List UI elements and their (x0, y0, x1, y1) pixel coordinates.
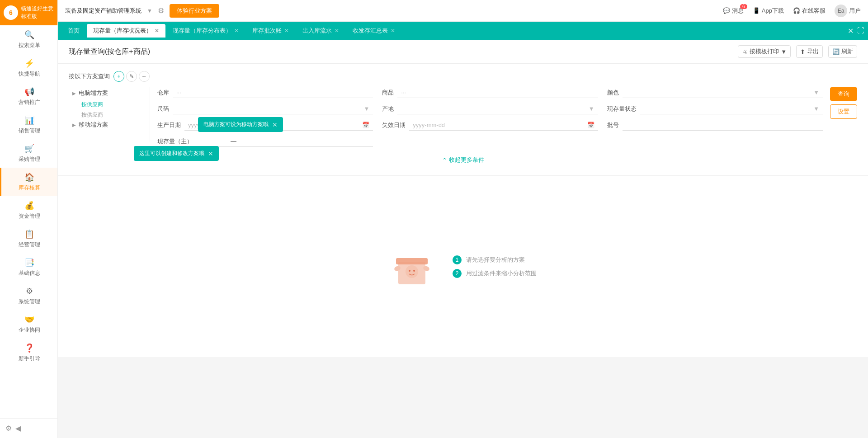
add-scheme-button[interactable]: + (113, 71, 124, 82)
goods-input[interactable]: ··· (397, 87, 598, 98)
scheme-list: ▶ 电脑端方案 按供应商 按供应商 ▶ 移动端方案 (69, 87, 150, 141)
finance-icon: 💰 (24, 201, 34, 211)
empty-step-2: 2 用过滤条件来缩小分析范围 (453, 269, 537, 278)
settings-bottom-icon[interactable]: ⚙ (5, 424, 12, 433)
color-field: 颜色 ▼ (607, 87, 823, 98)
sidebar: 6 畅通道好生意 标准版 🔍 搜索菜单 ⚡ 快捷导航 📢 营销推广 📊 销售管理… (0, 0, 58, 438)
produce-date-label: 生产日期 (157, 121, 181, 129)
message-button[interactable]: 💬 消息 6 (723, 7, 744, 15)
stock-main-label: 现存量（主） (157, 137, 193, 146)
edit-scheme-button[interactable]: ✎ (126, 71, 137, 82)
scheme-item-mobile[interactable]: ▶ 移动端方案 (69, 119, 146, 131)
print-icon: 🖨 (742, 48, 748, 55)
tab-close-batch[interactable]: ✕ (284, 28, 289, 34)
warehouse-input[interactable]: ··· (173, 87, 373, 98)
color-select[interactable]: ▼ (623, 87, 823, 98)
refresh-button[interactable]: 🔄 刷新 (828, 45, 857, 58)
guide-icon: ❓ (24, 343, 34, 353)
sidebar-item-sales[interactable]: 📊 销售管理 (0, 111, 57, 139)
tab-close-inventory-status[interactable]: ✕ (155, 28, 159, 34)
tab-home[interactable]: 首页 (61, 24, 86, 38)
sidebar-nav: 🔍 搜索菜单 ⚡ 快捷导航 📢 营销推广 📊 销售管理 🛒 采购管理 🏠 库存核… (0, 25, 57, 418)
main-area: 装备及固定资产辅助管理系统 ▼ ⚙ 体验行业方案 💬 消息 6 📱 App下载 … (58, 0, 868, 438)
message-icon: 💬 (723, 7, 730, 14)
tab-inventory-status[interactable]: 现存量（库存状况表） ✕ (87, 24, 165, 38)
size-field: 尺码 ▼ (157, 104, 373, 114)
sidebar-item-operations[interactable]: 📋 经营管理 (0, 225, 57, 253)
export-icon: ⬆ (800, 48, 805, 55)
stock-main-field: 现存量（主） — (157, 136, 373, 147)
maximize-button[interactable]: ⛶ (857, 27, 864, 35)
tab-close-collect[interactable]: ✕ (391, 28, 395, 34)
goods-field: 商品 ··· (382, 87, 598, 98)
stock-status-select[interactable]: ▼ (640, 104, 823, 114)
sidebar-item-nav[interactable]: ⚡ 快捷导航 (0, 54, 57, 82)
sidebar-item-enterprise[interactable]: 🤝 企业协同 (0, 310, 57, 339)
tab-inventory-dist[interactable]: 现存量（库存分布表） ✕ (166, 24, 245, 38)
print-button[interactable]: 🖨 按模板打印 ▼ (738, 45, 791, 58)
refresh-icon: 🔄 (832, 48, 840, 55)
empty-steps-list: 1 请先选择要分析的方案 2 用过滤条件来缩小分析范围 (453, 255, 537, 278)
close-tab-button[interactable]: ✕ (848, 27, 854, 35)
enterprise-icon: 🤝 (24, 315, 34, 325)
sidebar-item-basic[interactable]: 📑 基础信息 (0, 253, 57, 282)
stock-main-input[interactable]: — (196, 136, 373, 147)
settings-button[interactable]: 设置 (830, 104, 857, 119)
origin-select[interactable]: ▼ (397, 104, 598, 114)
produce-date-calendar-icon: 📅 (362, 122, 369, 128)
step-2-number: 2 (453, 269, 462, 278)
sidebar-item-marketing[interactable]: 📢 营销推广 (0, 82, 57, 111)
color-arrow-icon: ▼ (813, 89, 819, 96)
marketing-icon: 📢 (24, 87, 34, 97)
batch-input[interactable] (623, 120, 823, 131)
online-support-button[interactable]: 🎧 在线客服 (793, 7, 826, 15)
topbar-settings-icon[interactable]: ⚙ (158, 6, 164, 15)
sidebar-item-search[interactable]: 🔍 搜索菜单 (0, 25, 57, 54)
sidebar-item-inventory[interactable]: 🏠 库存核算 (0, 168, 57, 196)
tab-close-inout[interactable]: ✕ (335, 28, 339, 34)
system-dropdown-arrow[interactable]: ▼ (147, 8, 152, 14)
nav-icon: ⚡ (24, 58, 34, 68)
sidebar-item-guide[interactable]: ❓ 新手引导 (0, 339, 57, 367)
sidebar-bottom: ⚙ ◀ (0, 418, 57, 438)
size-select[interactable]: ▼ (173, 104, 373, 114)
scheme-item-pc[interactable]: ▶ 电脑端方案 (69, 87, 146, 99)
empty-icon-container (389, 244, 434, 290)
batch-field: 批号 (607, 120, 823, 131)
app-download-button[interactable]: 📱 App下载 (753, 7, 784, 15)
page-title: 现存量查询(按仓库+商品) (69, 47, 150, 57)
system-icon: ⚙ (26, 286, 33, 296)
empty-state-illustration (389, 244, 434, 289)
sidebar-item-purchase[interactable]: 🛒 采购管理 (0, 139, 57, 168)
scheme-item-sub[interactable]: 按供应商 (69, 99, 146, 110)
tooltip-pc-close[interactable]: ✕ (272, 121, 278, 128)
logo-icon: 6 (4, 5, 18, 20)
empty-state: 1 请先选择要分析的方案 2 用过滤条件来缩小分析范围 (389, 244, 537, 290)
sidebar-item-system[interactable]: ⚙ 系统管理 (0, 282, 57, 310)
search-button[interactable]: 查询 (830, 87, 857, 101)
stock-main-to[interactable] (240, 138, 267, 145)
purchase-icon: 🛒 (24, 144, 34, 154)
tab-collect[interactable]: 收发存汇总表 ✕ (346, 24, 401, 38)
topbar: 装备及固定资产辅助管理系统 ▼ ⚙ 体验行业方案 💬 消息 6 📱 App下载 … (58, 0, 868, 22)
collapse-sidebar-icon[interactable]: ◀ (15, 424, 21, 433)
export-button[interactable]: ⬆ 导出 (796, 45, 823, 58)
filter-row-4: 现存量（主） — (157, 136, 823, 147)
sidebar-item-finance[interactable]: 💰 资金管理 (0, 196, 57, 225)
tab-batch[interactable]: 库存批次账 ✕ (246, 24, 295, 38)
stock-status-label: 现存量状态 (607, 105, 637, 113)
stock-main-from[interactable] (200, 138, 227, 145)
user-menu[interactable]: Ea 用户 (835, 5, 861, 17)
scheme-subitem-label: 按供应商 (69, 110, 146, 119)
back-scheme-button[interactable]: ← (139, 71, 150, 82)
tab-close-inventory-dist[interactable]: ✕ (234, 28, 239, 34)
expire-date-input[interactable]: yyyy-mm-dd 📅 (409, 120, 598, 131)
origin-label: 产地 (382, 105, 394, 113)
industry-solution-button[interactable]: 体验行业方案 (170, 4, 219, 18)
tab-inout[interactable]: 出入库流水 ✕ (296, 24, 345, 38)
logo-area: 6 畅通道好生意 标准版 (0, 0, 57, 25)
tooltip-scheme-close[interactable]: ✕ (208, 150, 213, 157)
warehouse-field: 仓库 ··· (157, 87, 373, 98)
user-avatar: Ea (835, 5, 847, 17)
phone-icon: 📱 (753, 7, 760, 14)
